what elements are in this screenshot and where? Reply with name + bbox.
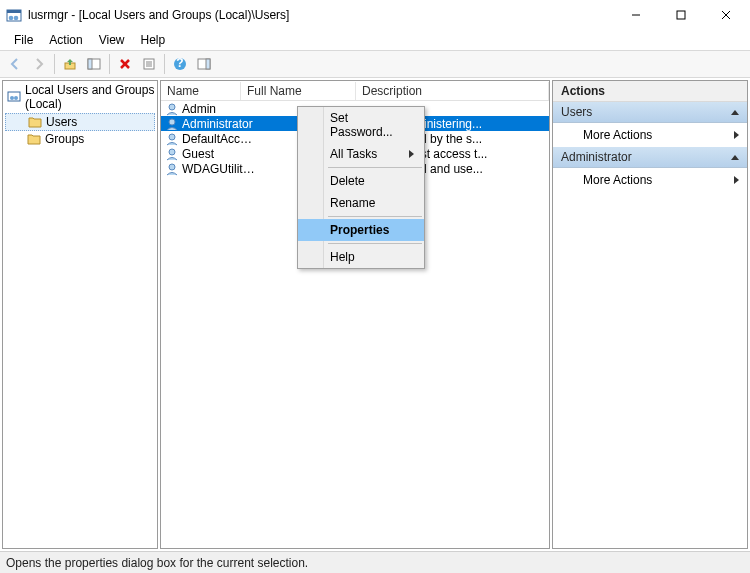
maximize-button[interactable] bbox=[658, 1, 703, 29]
context-menu-item[interactable]: All Tasks bbox=[298, 143, 424, 165]
toolbar-separator bbox=[164, 54, 165, 74]
svg-point-28 bbox=[169, 164, 175, 170]
tree-root[interactable]: Local Users and Groups (Local) bbox=[3, 81, 157, 113]
show-hide-action-pane-button[interactable] bbox=[193, 53, 215, 75]
tree-root-label: Local Users and Groups (Local) bbox=[25, 83, 157, 111]
context-menu-item-label: Help bbox=[330, 250, 355, 264]
app-icon bbox=[6, 7, 22, 23]
toolbar-separator bbox=[109, 54, 110, 74]
menu-view[interactable]: View bbox=[91, 31, 133, 49]
context-menu-item[interactable]: Rename bbox=[298, 192, 424, 214]
cell-name: DefaultAcco... bbox=[182, 132, 255, 146]
tree-item-users[interactable]: Users bbox=[5, 113, 155, 131]
folder-icon bbox=[27, 133, 41, 145]
folder-icon bbox=[28, 116, 42, 128]
status-bar: Opens the properties dialog box for the … bbox=[0, 551, 750, 573]
submenu-icon bbox=[734, 131, 739, 139]
collapse-icon bbox=[731, 155, 739, 160]
menu-file[interactable]: File bbox=[6, 31, 41, 49]
menu-help[interactable]: Help bbox=[133, 31, 174, 49]
toolbar-separator bbox=[54, 54, 55, 74]
svg-rect-1 bbox=[7, 10, 21, 13]
context-menu-separator bbox=[328, 167, 422, 168]
back-button[interactable] bbox=[4, 53, 26, 75]
submenu-icon bbox=[409, 150, 414, 158]
context-menu-item[interactable]: Properties bbox=[298, 219, 424, 241]
context-menu-item[interactable]: Set Password... bbox=[298, 107, 424, 143]
actions-section-heading: Administrator bbox=[561, 150, 632, 164]
column-header-name[interactable]: Name bbox=[161, 82, 241, 100]
forward-button[interactable] bbox=[28, 53, 50, 75]
context-menu-item-label: Set Password... bbox=[330, 111, 414, 139]
menu-bar: File Action View Help bbox=[0, 30, 750, 50]
svg-point-2 bbox=[9, 15, 14, 20]
svg-rect-10 bbox=[88, 59, 92, 69]
user-icon bbox=[165, 147, 179, 161]
tree-item-label: Users bbox=[46, 115, 77, 129]
column-header-fullname[interactable]: Full Name bbox=[241, 82, 356, 100]
svg-point-22 bbox=[10, 96, 14, 100]
actions-item-more-actions[interactable]: More Actions bbox=[553, 168, 747, 192]
collapse-icon bbox=[731, 110, 739, 115]
tree-item-groups[interactable]: Groups bbox=[3, 131, 157, 147]
user-icon bbox=[165, 132, 179, 146]
svg-point-25 bbox=[169, 119, 175, 125]
user-icon bbox=[165, 102, 179, 116]
window-title: lusrmgr - [Local Users and Groups (Local… bbox=[28, 8, 613, 22]
svg-text:?: ? bbox=[176, 57, 183, 70]
tree-pane: Local Users and Groups (Local) Users Gro… bbox=[2, 80, 158, 549]
svg-rect-20 bbox=[206, 59, 210, 69]
context-menu-item-label: All Tasks bbox=[330, 147, 377, 161]
column-header-description[interactable]: Description bbox=[356, 82, 549, 100]
actions-title: Actions bbox=[553, 81, 747, 102]
user-icon bbox=[165, 117, 179, 131]
svg-rect-21 bbox=[8, 92, 20, 101]
cell-name: Administrator bbox=[182, 117, 255, 131]
show-hide-console-tree-button[interactable] bbox=[83, 53, 105, 75]
context-menu-item-label: Rename bbox=[330, 196, 375, 210]
menu-action[interactable]: Action bbox=[41, 31, 90, 49]
context-menu-item-label: Properties bbox=[330, 223, 389, 237]
delete-button[interactable] bbox=[114, 53, 136, 75]
context-menu-separator bbox=[328, 243, 422, 244]
svg-point-3 bbox=[14, 15, 19, 20]
context-menu: Set Password...All TasksDeleteRenameProp… bbox=[297, 106, 425, 269]
cell-name: WDAGUtility... bbox=[182, 162, 255, 176]
mmc-icon bbox=[7, 89, 21, 106]
svg-point-27 bbox=[169, 149, 175, 155]
window-controls bbox=[613, 1, 748, 29]
title-bar: lusrmgr - [Local Users and Groups (Local… bbox=[0, 0, 750, 30]
context-menu-separator bbox=[328, 216, 422, 217]
submenu-icon bbox=[734, 176, 739, 184]
help-button[interactable]: ? bbox=[169, 53, 191, 75]
close-button[interactable] bbox=[703, 1, 748, 29]
actions-item-more-actions[interactable]: More Actions bbox=[553, 123, 747, 147]
svg-point-26 bbox=[169, 134, 175, 140]
properties-button[interactable] bbox=[138, 53, 160, 75]
actions-section-users[interactable]: Users bbox=[553, 102, 747, 123]
actions-pane: Actions Users More Actions Administrator… bbox=[552, 80, 748, 549]
actions-section-administrator[interactable]: Administrator bbox=[553, 147, 747, 168]
user-icon bbox=[165, 162, 179, 176]
status-text: Opens the properties dialog box for the … bbox=[6, 556, 308, 570]
cell-name: Guest bbox=[182, 147, 255, 161]
tree-item-label: Groups bbox=[45, 132, 84, 146]
up-one-level-button[interactable] bbox=[59, 53, 81, 75]
context-menu-item-label: Delete bbox=[330, 174, 365, 188]
context-menu-item[interactable]: Delete bbox=[298, 170, 424, 192]
list-header: Name Full Name Description bbox=[161, 81, 549, 101]
actions-item-label: More Actions bbox=[583, 128, 652, 142]
toolbar: ? bbox=[0, 50, 750, 78]
svg-point-23 bbox=[14, 96, 18, 100]
svg-rect-5 bbox=[677, 11, 685, 19]
svg-point-24 bbox=[169, 104, 175, 110]
actions-item-label: More Actions bbox=[583, 173, 652, 187]
actions-section-heading: Users bbox=[561, 105, 592, 119]
cell-name: Admin bbox=[182, 102, 255, 116]
context-menu-item[interactable]: Help bbox=[298, 246, 424, 268]
minimize-button[interactable] bbox=[613, 1, 658, 29]
